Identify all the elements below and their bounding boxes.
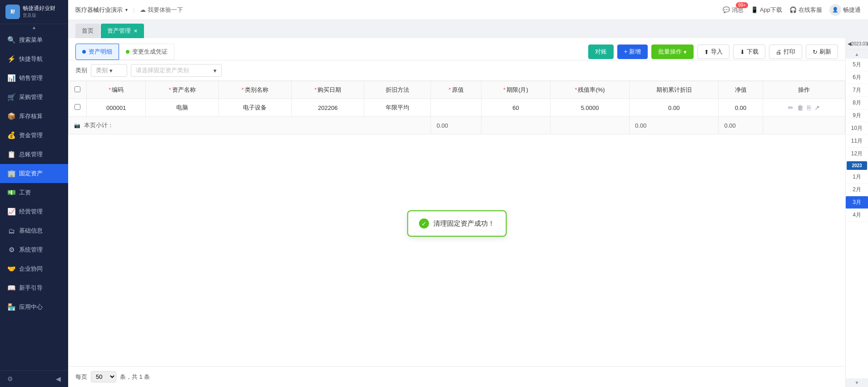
sidebar-item-search[interactable]: 🔍 搜索菜单 [0,30,68,50]
row-checkbox[interactable] [74,104,80,110]
download-button[interactable]: ⬇ 下载 [733,45,765,59]
gear-icon: ⚙ [7,246,15,254]
row-checkbox-cell[interactable] [69,99,87,117]
total-label: 条，共 1 条 [120,373,150,381]
sidebar-item-label: 采购管理 [19,93,43,101]
sidebar-item-appstore[interactable]: 🏪 应用中心 [0,298,68,317]
cal-month-12[interactable]: 12月 [846,148,868,160]
box-icon: 📦 [7,112,15,120]
sidebar-item-funds[interactable]: 💰 资金管理 [0,126,68,145]
app-download-button[interactable]: 📱 App下载 [751,6,782,14]
category-select[interactable]: 请选择固定资产类别 ▾ [131,64,222,77]
filter-bar: 类别 类别 ▾ 请选择固定资产类别 ▾ [68,60,845,81]
message-icon: 💬 [723,6,730,13]
company-name: 医疗器械行业演示 [75,6,123,14]
subtotal-op [763,117,845,134]
print-button[interactable]: 🖨 打印 [769,45,802,59]
sidebar: 财 畅捷通好业财 普及版 ▲ 🔍 搜索菜单 ⚡ 快捷导航 📊 销售管理 🛒 采购… [0,0,68,387]
select-all-checkbox[interactable] [74,86,80,92]
cal-scroll-down[interactable]: ▼ [846,378,868,387]
cell-purchase-date: 202206 [292,99,364,117]
sidebar-item-label: 固定资产 [19,169,43,178]
collapse-icon[interactable]: ◀ [56,375,61,382]
cell-code: 000001 [87,99,146,117]
cal-month-11[interactable]: 11月 [846,135,868,148]
cell-depreciation: 年限平均 [364,99,431,117]
cal-scroll-up[interactable]: ▲ [846,50,868,59]
phone-icon: 📱 [751,6,758,13]
batch-ops-button[interactable]: 批量操作 ▾ [651,45,694,59]
success-toast: ✓ 清理固定资产成功！ [407,210,506,237]
main-area: 医疗器械行业演示 ▾ | ☁ 我要体验一下 💬 消息 99+ 📱 App下载 🎧… [68,0,868,387]
sidebar-item-payroll[interactable]: 💵 工资 [0,183,68,202]
user-menu[interactable]: 👤 畅捷通 [829,4,861,16]
tabbar: 首页 资产管理 ✕ [68,20,868,38]
sidebar-item-sales[interactable]: 📊 销售管理 [0,69,68,88]
sidebar-scroll-up-icon[interactable]: ▲ [32,25,36,30]
cal-month-4[interactable]: 4月 [846,209,868,222]
col-depreciation: 折旧方法 [364,81,431,99]
experience-button[interactable]: ☁ 我要体验一下 [140,6,183,14]
sidebar-item-basics[interactable]: 🗂 基础信息 [0,221,68,240]
messages-button[interactable]: 💬 消息 99+ [723,6,744,14]
category-type-select[interactable]: 类别 ▾ [91,64,127,77]
reconcile-button[interactable]: 对账 [588,45,614,59]
sidebar-item-quicknav[interactable]: ⚡ 快捷导航 [0,50,68,69]
col-name: *资产名称 [146,81,218,99]
sidebar-item-operations[interactable]: 📈 经营管理 [0,202,68,221]
logo-icon: 财 [5,5,20,19]
inner-tab-label: 变更生成凭证 [132,48,168,56]
cal-month-8[interactable]: 8月 [846,97,868,109]
table-row: 000001 电脑 电子设备 202206 年限平均 60 5.0000 0.0… [69,99,845,117]
cal-month-6[interactable]: 6月 [846,71,868,84]
sidebar-item-label: 应用中心 [19,303,43,311]
sidebar-item-enterprise[interactable]: 🤝 企业协同 [0,259,68,278]
sidebar-item-inventory[interactable]: 📦 库存核算 [0,107,68,126]
new-button[interactable]: + 新增 [617,45,648,59]
sidebar-item-assets[interactable]: 🏢 固定资产 [0,164,68,183]
tab-assets[interactable]: 资产管理 ✕ [101,24,144,38]
tab-home[interactable]: 首页 [75,24,100,38]
table-header-row: *编码 *资产名称 *类别名称 *购买日期 折旧方法 *原值 *期限(月) *残… [69,81,845,99]
sidebar-item-guide[interactable]: 📖 新手引导 [0,278,68,298]
refresh-button[interactable]: ↻ 刷新 [806,45,838,59]
online-service-button[interactable]: 🎧 在线客服 [789,6,822,14]
per-page-select[interactable]: 10 20 50 100 [91,371,116,382]
content-wrapper: 资产明细 变更生成凭证 对账 + 新增 批量操作 ▾ ⬆ 导入 [68,38,868,387]
sidebar-bottom: ⚙ ◀ [0,370,68,387]
assets-table: *编码 *资产名称 *类别名称 *购买日期 折旧方法 *原值 *期限(月) *残… [68,81,845,134]
inner-tabs: 资产明细 变更生成凭证 对账 + 新增 批量操作 ▾ ⬆ 导入 [68,38,845,60]
tab-close-icon[interactable]: ✕ [134,28,138,34]
select-all-header[interactable] [69,81,87,99]
search-icon: 🔍 [7,36,15,44]
subtotal-label: 📷 本页小计： [69,117,431,134]
sidebar-item-purchase[interactable]: 🛒 采购管理 [0,88,68,107]
tab-indicator [126,50,129,54]
copy-icon[interactable]: ⎘ [807,104,811,111]
app-sub: 普及版 [23,12,55,19]
settings-icon[interactable]: ⚙ [7,375,13,382]
import-button[interactable]: ⬆ 导入 [697,45,729,59]
flash-icon: ⚡ [7,55,15,63]
sidebar-item-label: 基础信息 [19,227,43,235]
edit-icon[interactable]: ✏ [788,104,794,111]
cal-month-5[interactable]: 5月 [846,59,868,71]
cal-month-10[interactable]: 10月 [846,122,868,135]
sidebar-item-ledger[interactable]: 📋 总账管理 [0,145,68,164]
tab-label: 资产管理 [107,27,131,35]
delete-icon[interactable]: 🗑 [797,104,804,111]
cal-month-2[interactable]: 2月 [846,184,868,196]
sidebar-item-system[interactable]: ⚙ 系统管理 [0,240,68,259]
cal-month-1[interactable]: 1月 [846,171,868,184]
message-badge: 99+ [736,2,748,8]
cal-month-7[interactable]: 7月 [846,84,868,97]
cart-icon: 🛒 [7,93,15,101]
cal-month-9[interactable]: 9月 [846,109,868,122]
operation-icons: ✏ 🗑 ⎘ ↗ [769,104,839,111]
company-selector[interactable]: 医疗器械行业演示 ▾ [75,6,128,14]
cal-prev-icon[interactable]: ◀ [848,41,851,47]
inner-tab-voucher[interactable]: 变更生成凭证 [119,44,174,60]
cal-month-3[interactable]: 3月 [846,196,868,209]
more-icon[interactable]: ↗ [814,104,820,111]
inner-tab-detail[interactable]: 资产明细 [75,44,119,60]
